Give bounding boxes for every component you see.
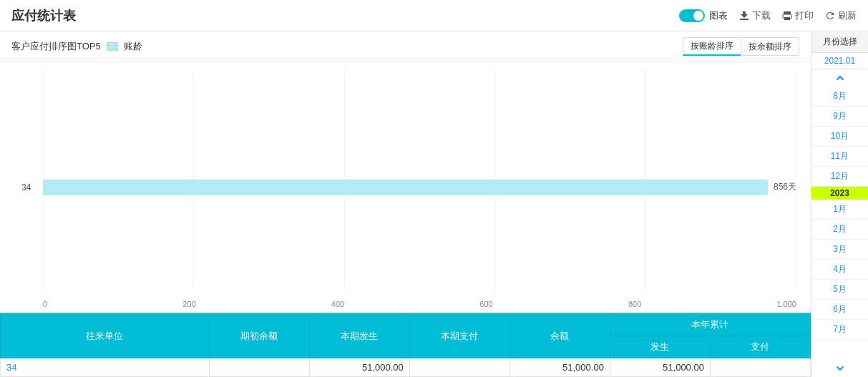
col-balance-header: 余额 <box>509 314 610 358</box>
table-row: 34 51,000.00 51,000.00 51,000.00 <box>1 358 811 377</box>
legend-text: 客户应付排序图TOP5 <box>11 40 101 53</box>
table-area: 往来单位 期初余额 本期发生 本期支付 余额 本年累计 发生 支付 <box>0 312 811 377</box>
legend-box <box>107 42 118 51</box>
sidebar-item-sep[interactable]: 9月 <box>811 107 868 127</box>
sort-by-balance-button[interactable]: 按账龄排序 <box>683 37 741 56</box>
x-label-0: 0 <box>43 300 47 308</box>
y-axis-label: 34 <box>21 182 31 192</box>
x-label-4: 800 <box>628 300 641 308</box>
page-title: 应付统计表 <box>11 7 76 24</box>
refresh-icon <box>825 11 835 21</box>
download-button[interactable]: 下载 <box>739 9 771 22</box>
x-axis: 0 200 400 600 800 1,000 <box>43 300 796 308</box>
sort-by-amount-button[interactable]: 按余额排序 <box>741 37 799 56</box>
right-sidebar: 月份选择 2021.01 8月 9月 10月 11月 12月 2023 1月 2… <box>811 31 868 377</box>
download-label: 下载 <box>752 9 771 22</box>
cell-ytd-pay <box>710 358 810 377</box>
scroll-up-button[interactable] <box>811 69 868 87</box>
main-content: 客户应付排序图TOP5 账龄 按账龄排序 按余额排序 <box>0 31 868 377</box>
sidebar-item-feb[interactable]: 2月 <box>811 220 868 240</box>
x-label-5: 1,000 <box>776 300 796 308</box>
cell-opening <box>209 358 309 377</box>
print-button[interactable]: 打印 <box>782 9 814 22</box>
print-icon <box>782 11 792 21</box>
col-current-occ-header: 本期发生 <box>309 314 409 358</box>
cell-current-occ: 51,000.00 <box>309 358 409 377</box>
refresh-label: 刷新 <box>838 9 857 22</box>
month-list: 8月 9月 10月 11月 12月 2023 1月 2月 3月 4月 5月 6月… <box>811 87 868 360</box>
x-label-3: 600 <box>479 300 492 308</box>
chart-sort-buttons: 按账龄排序 按余额排序 <box>683 37 799 56</box>
refresh-button[interactable]: 刷新 <box>825 9 857 22</box>
chart-toggle-wrap: 图表 <box>679 9 728 22</box>
sidebar-item-dec[interactable]: 12月 <box>811 167 868 187</box>
chevron-up-icon <box>834 72 846 84</box>
bar-value-label: 856天 <box>774 181 796 193</box>
sidebar-item-nov[interactable]: 11月 <box>811 147 868 167</box>
col-opening-header: 期初余额 <box>209 314 309 358</box>
bar-chart: 34 856天 0 200 400 600 800 1,000 <box>0 62 811 312</box>
chart-toggle[interactable] <box>679 9 705 22</box>
chart-toggle-label: 图表 <box>709 9 728 22</box>
col-ytd-pay-header: 支付 <box>710 336 810 358</box>
sidebar-item-aug[interactable]: 8月 <box>811 87 868 107</box>
unit-link[interactable]: 34 <box>6 362 16 373</box>
sidebar-item-oct[interactable]: 10月 <box>811 127 868 147</box>
chevron-down-icon <box>834 363 846 374</box>
app-container: 应付统计表 图表 下载 打印 刷新 <box>0 0 868 377</box>
x-label-1: 200 <box>182 300 195 308</box>
col-ytd-occ-header: 发生 <box>610 336 710 358</box>
chart-area: 客户应付排序图TOP5 账龄 按账龄排序 按余额排序 <box>0 31 811 377</box>
svg-rect-3 <box>784 17 790 20</box>
year-marker-2023: 2023 <box>811 187 868 200</box>
svg-rect-1 <box>784 11 791 14</box>
cell-ytd-occ: 51,000.00 <box>610 358 710 377</box>
summary-table: 往来单位 期初余额 本期发生 本期支付 余额 本年累计 发生 支付 <box>0 313 811 377</box>
cell-balance: 51,000.00 <box>509 358 610 377</box>
cell-current-pay <box>409 358 509 377</box>
legend-box-label: 账龄 <box>124 40 142 53</box>
download-icon <box>739 11 749 21</box>
cell-unit: 34 <box>1 358 210 377</box>
bar-row: 856天 <box>43 180 796 195</box>
sidebar-item-jun[interactable]: 6月 <box>811 300 868 320</box>
sidebar-item-mar[interactable]: 3月 <box>811 240 868 260</box>
x-label-2: 400 <box>331 300 344 308</box>
sidebar-item-jan[interactable]: 1月 <box>811 200 868 220</box>
scroll-down-button[interactable] <box>811 360 868 377</box>
sidebar-item-jul[interactable]: 7月 <box>811 320 868 340</box>
col-unit-header: 往来单位 <box>1 314 210 358</box>
print-label: 打印 <box>795 9 814 22</box>
sidebar-month-select-header: 月份选择 <box>811 31 868 53</box>
chart-legend: 客户应付排序图TOP5 账龄 <box>11 40 142 53</box>
col-current-pay-header: 本期支付 <box>409 314 509 358</box>
col-ytd-header: 本年累计 <box>610 314 810 336</box>
header: 应付统计表 图表 下载 打印 刷新 <box>0 0 868 31</box>
bar-fill <box>43 180 768 195</box>
sidebar-current-period: 2021.01 <box>811 53 868 69</box>
header-actions: 图表 下载 打印 刷新 <box>679 9 857 22</box>
sidebar-item-apr[interactable]: 4月 <box>811 260 868 280</box>
svg-point-4 <box>789 16 791 17</box>
chart-header: 客户应付排序图TOP5 账龄 按账龄排序 按余额排序 <box>0 31 811 62</box>
svg-rect-0 <box>740 19 748 20</box>
sidebar-item-may[interactable]: 5月 <box>811 280 868 300</box>
